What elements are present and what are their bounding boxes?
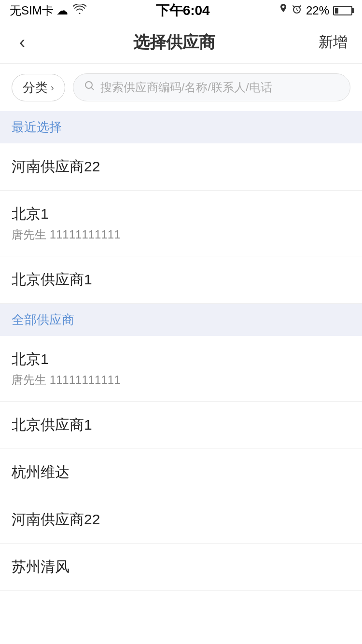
item-name: 河南供应商22 bbox=[12, 157, 350, 177]
list-item[interactable]: 北京1唐先生 11111111111 bbox=[0, 336, 362, 402]
item-sub: 唐先生 11111111111 bbox=[12, 227, 350, 242]
item-name: 苏州清风 bbox=[12, 557, 350, 577]
list-item[interactable]: 河南供应商22 bbox=[0, 496, 362, 544]
item-name: 北京供应商1 bbox=[12, 270, 350, 290]
list-item[interactable]: 苏州清风 bbox=[0, 544, 362, 591]
all-items-list: 北京1唐先生 11111111111北京供应商1杭州维达河南供应商22苏州清风 bbox=[0, 336, 362, 591]
list-item[interactable]: 杭州维达 bbox=[0, 449, 362, 496]
item-name: 杭州维达 bbox=[12, 462, 350, 482]
battery-icon bbox=[333, 6, 352, 15]
category-button[interactable]: 分类 › bbox=[12, 74, 65, 101]
list-item[interactable]: 北京供应商1 bbox=[0, 402, 362, 449]
list-item[interactable]: 河南供应商22 bbox=[0, 143, 362, 191]
list-item[interactable]: 北京1唐先生 11111111111 bbox=[0, 191, 362, 256]
nav-bar: ‹ 选择供应商 新增 bbox=[0, 21, 362, 64]
recent-section-header: 最近选择 bbox=[0, 111, 362, 143]
battery-label: 22% bbox=[306, 4, 329, 17]
status-time: 下午6:04 bbox=[156, 1, 210, 20]
all-section-header: 全部供应商 bbox=[0, 304, 362, 336]
search-icon bbox=[84, 80, 96, 95]
location-icon bbox=[279, 4, 288, 17]
back-button[interactable]: ‹ bbox=[14, 28, 30, 57]
item-name: 河南供应商22 bbox=[12, 510, 350, 530]
status-left: 无SIM卡 ☁ bbox=[10, 3, 86, 18]
search-placeholder: 搜索供应商编码/名称/联系人/电话 bbox=[100, 80, 272, 95]
filter-bar: 分类 › 搜索供应商编码/名称/联系人/电话 bbox=[0, 64, 362, 111]
search-box[interactable]: 搜索供应商编码/名称/联系人/电话 bbox=[73, 73, 350, 101]
item-sub: 唐先生 11111111111 bbox=[12, 372, 350, 388]
item-name: 北京1 bbox=[12, 350, 350, 369]
wifi-icon bbox=[73, 4, 86, 17]
item-name: 北京1 bbox=[12, 204, 350, 224]
category-label: 分类 bbox=[23, 79, 48, 96]
item-name: 北京供应商1 bbox=[12, 415, 350, 435]
page-title: 选择供应商 bbox=[133, 31, 215, 54]
alarm-icon bbox=[292, 4, 302, 17]
status-right: 22% bbox=[279, 4, 352, 17]
list-item[interactable]: 北京供应商1 bbox=[0, 256, 362, 304]
recent-items-list: 河南供应商22北京1唐先生 11111111111北京供应商1 bbox=[0, 143, 362, 304]
no-sim-label: 无SIM卡 ☁ bbox=[10, 3, 68, 18]
status-bar: 无SIM卡 ☁ 下午6:04 22% bbox=[0, 0, 362, 21]
add-button[interactable]: 新增 bbox=[319, 32, 348, 52]
chevron-right-icon: › bbox=[51, 82, 54, 93]
